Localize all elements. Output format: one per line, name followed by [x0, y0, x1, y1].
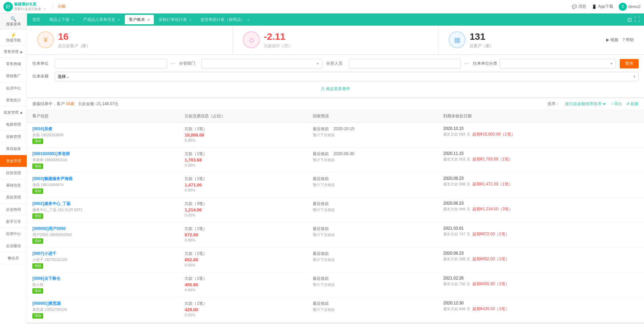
cell-recovery-3: 最近收款 预计下次收款: [307, 197, 438, 222]
filter-input-from-unit[interactable]: [55, 59, 167, 68]
search-button[interactable]: 查询: [620, 59, 639, 68]
debt-amount-0[interactable]: 10,000.00: [185, 132, 302, 138]
customer-name-6[interactable]: [0006]去下粮仓: [32, 276, 174, 282]
filter-dots-unit[interactable]: ···: [171, 61, 175, 67]
sidebar-item-retail-stats[interactable]: 零售统计: [0, 94, 27, 107]
customer-name-0[interactable]: [0016]吴俊: [32, 126, 174, 132]
cell-duedate-3: 2020.06.23 最长欠款 998 天 超期¥1,214.00（3笔）: [438, 197, 644, 222]
overdue-days-7: 最长欠款 808 天 超期¥429.00（1笔）: [443, 306, 639, 312]
customer-name-5[interactable]: [0007]小进千: [32, 251, 174, 257]
customer-name-4[interactable]: [000002]用户2050: [32, 226, 174, 232]
sidebar-item-ecommerce[interactable]: 电商管理: [0, 119, 27, 131]
table-section: 搜索结果中，客户 16家 欠款金额 -21,148.07元 排序： 按欠款金额倒…: [27, 98, 644, 322]
filter-select-unit-cat[interactable]: [499, 59, 616, 68]
message-btn[interactable]: 💬 消息: [572, 4, 586, 9]
sidebar-item-ops[interactable]: 经营管理: [0, 167, 27, 179]
sidebar-item-batch-mgmt[interactable]: 批发管理 ▲: [0, 107, 27, 119]
filter-label-remaining: 往来余额: [32, 73, 53, 79]
tab-purchase-stat[interactable]: 进货单统计表（按商品） ✕: [196, 15, 254, 24]
overdue-amount-6[interactable]: 超期¥455.90（1笔）: [472, 282, 509, 286]
sidebar-search[interactable]: 🔍 搜索菜单: [0, 13, 27, 30]
overdue-amount-3[interactable]: 超期¥1,214.00（3笔）: [472, 207, 513, 211]
sidebar-item-retail-mall[interactable]: 零售商城: [0, 58, 27, 70]
result-info: 搜索结果中，客户 16家 欠款金额 -21,148.07元: [32, 101, 118, 107]
sidebar-item-membership[interactable]: 会员中心: [0, 82, 27, 94]
sidebar-item-vip[interactable]: 畅会员: [0, 252, 27, 264]
tab-actions: ⊡ ⛶: [627, 17, 643, 23]
collapse-filters-btn[interactable]: ⋀ 收起更多条件: [32, 85, 639, 93]
sidebar-item-warehouse[interactable]: 库存核算: [0, 143, 27, 155]
col-customer-info: 客户信息: [27, 110, 179, 123]
sidebar-item-basic-info[interactable]: 基础信息: [0, 179, 27, 192]
stat-value-total: 131: [470, 31, 494, 42]
overdue-amount-1[interactable]: 超期¥1,703.68（1笔）: [472, 157, 513, 161]
overdue-amount-5[interactable]: 超期¥652.00（1笔）: [472, 257, 509, 261]
sidebar-toggle[interactable]: 示账: [58, 4, 66, 9]
sidebar-quick-nav[interactable]: ⚡ 快捷导航: [0, 30, 27, 46]
tab-home[interactable]: 首页: [28, 15, 45, 24]
refresh-btn[interactable]: ↺ 刷新: [626, 101, 639, 107]
filter-input-person[interactable]: [348, 59, 461, 68]
tab-close-purchase-order[interactable]: ✕: [189, 18, 192, 22]
tab-close-production-history[interactable]: ✕: [117, 18, 120, 22]
sidebar-item-app-center[interactable]: 应用中心: [0, 228, 27, 240]
export-btn[interactable]: ↑ 导出: [611, 101, 622, 107]
tab-fullscreen-btn[interactable]: ⛶: [635, 17, 640, 23]
tab-purchase-order[interactable]: 采购订单统计表 ✕: [155, 15, 196, 24]
overdue-amount-4[interactable]: 超期¥672.00（1笔）: [472, 232, 509, 236]
filter-dots-person[interactable]: ···: [464, 61, 469, 67]
filter-person: 分管人员 ···: [326, 59, 469, 68]
filter-select-remaining[interactable]: 选择...: [55, 72, 639, 81]
customer-name-7[interactable]: [000001]黄思源: [32, 301, 174, 306]
help-btn[interactable]: ? 帮助: [622, 37, 634, 43]
overdue-amount-0[interactable]: 超期¥10,000.00（1笔）: [472, 132, 515, 137]
due-date-7: 2020.12.30: [443, 301, 639, 305]
recovery-next-3: 预计下次收款: [313, 207, 432, 212]
due-date-0: 2020.10.15: [443, 126, 639, 131]
overdue-amount-7[interactable]: 超期¥429.00（1笔）: [472, 306, 509, 311]
sidebar-item-purchase[interactable]: 采购管理: [0, 131, 27, 143]
overdue-amount-2[interactable]: 超期¥1,471.00（1笔）: [472, 182, 513, 186]
tab-production-history[interactable]: 产成品入库单历史 ✕: [79, 15, 124, 24]
cell-customer-6: [0006]去下粮仓 陈小帅 现销: [27, 272, 179, 297]
recovery-label-4: 最近收款: [313, 226, 432, 232]
debt-amount-6[interactable]: 455.90: [185, 282, 302, 287]
sidebar-item-retail-mgmt[interactable]: 零售管理 ▲: [0, 46, 27, 58]
sidebar-item-finance[interactable]: 资金管理: [0, 155, 27, 167]
filter-select-dept[interactable]: [201, 59, 322, 68]
table-row: [0003]畅捷服务尹海燕 海燕 18513066976 现销 欠款（1笔） 1…: [27, 172, 644, 197]
tab-customer-ledger[interactable]: 客户账本 ✕: [125, 15, 154, 24]
tab-close-customer-ledger[interactable]: ✕: [147, 18, 150, 22]
sort-select[interactable]: 按欠款金额倒序排序: [564, 101, 607, 107]
video-btn[interactable]: ▶ 视频: [606, 37, 618, 43]
debt-amount-7[interactable]: 429.00: [185, 307, 302, 312]
sidebar-item-wechat[interactable]: 企业微信: [0, 240, 27, 252]
debt-amount-1[interactable]: 1,703.68: [185, 157, 302, 163]
sidebar-item-enterprise[interactable]: 企业协同: [0, 204, 27, 216]
sidebar-item-system[interactable]: 系统管理: [0, 192, 27, 204]
debt-amount-4[interactable]: 672.00: [185, 232, 302, 237]
tab-restore-btn[interactable]: ⊡: [627, 17, 632, 23]
avatar-icon: D: [619, 3, 627, 11]
cell-debt-5: 欠款（1笔） 652.00 0.00%: [179, 247, 307, 272]
tab-close-products-off[interactable]: ✕: [72, 18, 74, 22]
customer-name-1[interactable]: [0001020001]李老师: [32, 151, 174, 157]
top-bar: 好 畅捷通好生意 母婴行业演示账套 ▼ 示账 💬 消息 📱 App下载 D de…: [0, 0, 644, 13]
debt-amount-2[interactable]: 1,471.00: [185, 182, 302, 187]
debt-amount-5[interactable]: 652.00: [185, 257, 302, 262]
tab-close-purchase-stat[interactable]: ✕: [247, 18, 250, 22]
cell-recovery-4: 最近收款 预计下次收款: [307, 222, 438, 247]
app-download-btn[interactable]: 📱 App下载: [592, 4, 613, 9]
user-avatar[interactable]: D demo2: [619, 3, 641, 11]
cell-debt-7: 欠款（1笔） 429.00 0.00%: [179, 297, 307, 322]
customer-name-2[interactable]: [0003]畅捷服务尹海燕: [32, 176, 174, 182]
recovery-next-0: 预计下次收款: [313, 132, 432, 138]
debt-amount-3[interactable]: 1,214.00: [185, 207, 302, 212]
customer-name-3[interactable]: [0002]服务中心_丁磊: [32, 201, 174, 207]
tab-products-off[interactable]: 商品上下架 ✕: [45, 15, 78, 24]
sidebar-item-guide[interactable]: 新手引导: [0, 216, 27, 228]
recovery-next-7: 预计下次收款: [313, 307, 432, 312]
debt-count-3: 欠款（3笔）: [185, 201, 302, 207]
sidebar-item-marketing[interactable]: 营销推广: [0, 70, 27, 82]
filter-unit-cat-wrap: [499, 59, 616, 68]
